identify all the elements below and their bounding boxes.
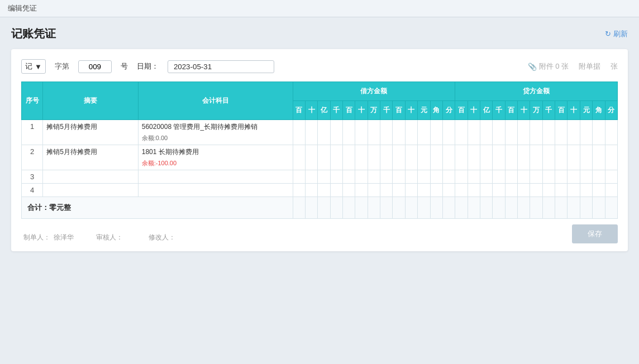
voucher-type-select[interactable]: 记 ▼ bbox=[21, 59, 46, 74]
debit-digit-1-6[interactable] bbox=[368, 120, 380, 145]
credit-digit-1-0[interactable] bbox=[455, 120, 468, 145]
debit-digit-3-9[interactable] bbox=[405, 170, 417, 184]
credit-digit-2-7[interactable] bbox=[542, 145, 555, 170]
credit-digit-4-5[interactable] bbox=[518, 184, 530, 197]
credit-digit-1-5[interactable] bbox=[518, 120, 530, 145]
credit-digit-1-4[interactable] bbox=[505, 120, 517, 145]
credit-digit-4-4[interactable] bbox=[505, 184, 517, 197]
credit-digit-1-7[interactable] bbox=[542, 120, 555, 145]
credit-digit-4-1[interactable] bbox=[468, 184, 480, 197]
debit-digit-1-7[interactable] bbox=[380, 120, 393, 145]
table-row[interactable]: 3 bbox=[22, 170, 618, 184]
row-account-4[interactable] bbox=[138, 184, 293, 197]
debit-digit-3-6[interactable] bbox=[368, 170, 380, 184]
debit-digit-4-12[interactable] bbox=[442, 184, 455, 197]
debit-digit-3-0[interactable] bbox=[293, 170, 305, 184]
refresh-button[interactable]: ↻ 刷新 bbox=[605, 29, 628, 39]
debit-digit-3-11[interactable] bbox=[430, 170, 442, 184]
credit-digit-2-1[interactable] bbox=[468, 145, 480, 170]
debit-digit-2-1[interactable] bbox=[305, 145, 317, 170]
credit-digit-2-0[interactable] bbox=[455, 145, 468, 170]
debit-digit-4-11[interactable] bbox=[430, 184, 442, 197]
credit-digit-3-12[interactable] bbox=[605, 170, 617, 184]
debit-digit-1-9[interactable] bbox=[405, 120, 417, 145]
debit-digit-1-8[interactable] bbox=[393, 120, 405, 145]
debit-digit-4-5[interactable] bbox=[355, 184, 368, 197]
credit-digit-1-6[interactable] bbox=[530, 120, 542, 145]
debit-digit-3-2[interactable] bbox=[318, 170, 330, 184]
credit-digit-4-11[interactable] bbox=[593, 184, 605, 197]
debit-digit-2-4[interactable] bbox=[343, 145, 355, 170]
credit-digit-1-1[interactable] bbox=[468, 120, 480, 145]
debit-digit-4-7[interactable] bbox=[380, 184, 393, 197]
row-summary-3[interactable] bbox=[43, 170, 138, 184]
credit-digit-2-8[interactable] bbox=[555, 145, 568, 170]
date-input[interactable] bbox=[168, 60, 274, 73]
debit-digit-3-8[interactable] bbox=[393, 170, 405, 184]
credit-digit-2-2[interactable] bbox=[480, 145, 492, 170]
credit-digit-2-9[interactable] bbox=[568, 145, 580, 170]
row-account-1[interactable]: 56020008 管理费用_长期待摊费用摊销余额:0.00 bbox=[138, 120, 293, 145]
row-account-2[interactable]: 1801 长期待摊费用余额:-100.00 bbox=[138, 145, 293, 170]
debit-digit-1-4[interactable] bbox=[343, 120, 355, 145]
credit-digit-3-4[interactable] bbox=[505, 170, 517, 184]
debit-digit-2-5[interactable] bbox=[355, 145, 368, 170]
credit-digit-4-6[interactable] bbox=[530, 184, 542, 197]
credit-digit-3-8[interactable] bbox=[555, 170, 568, 184]
debit-digit-1-2[interactable] bbox=[318, 120, 330, 145]
debit-digit-3-1[interactable] bbox=[305, 170, 317, 184]
debit-digit-1-11[interactable] bbox=[430, 120, 442, 145]
row-summary-4[interactable] bbox=[43, 184, 138, 197]
debit-digit-3-7[interactable] bbox=[380, 170, 393, 184]
debit-digit-2-6[interactable] bbox=[368, 145, 380, 170]
debit-digit-1-5[interactable] bbox=[355, 120, 368, 145]
credit-digit-3-0[interactable] bbox=[455, 170, 468, 184]
debit-digit-3-4[interactable] bbox=[343, 170, 355, 184]
debit-digit-2-2[interactable] bbox=[318, 145, 330, 170]
debit-digit-1-3[interactable] bbox=[330, 120, 342, 145]
credit-digit-1-3[interactable] bbox=[493, 120, 505, 145]
credit-digit-1-11[interactable] bbox=[593, 120, 605, 145]
debit-digit-4-1[interactable] bbox=[305, 184, 317, 197]
debit-digit-3-5[interactable] bbox=[355, 170, 368, 184]
credit-digit-2-3[interactable] bbox=[493, 145, 505, 170]
debit-digit-1-1[interactable] bbox=[305, 120, 317, 145]
credit-digit-1-9[interactable] bbox=[568, 120, 580, 145]
debit-digit-2-8[interactable] bbox=[393, 145, 405, 170]
credit-digit-3-6[interactable] bbox=[530, 170, 542, 184]
debit-digit-3-10[interactable] bbox=[418, 170, 430, 184]
attach-button[interactable]: 📎 附件 0 张 bbox=[528, 61, 569, 71]
debit-digit-3-12[interactable] bbox=[442, 170, 455, 184]
debit-digit-4-9[interactable] bbox=[405, 184, 417, 197]
credit-digit-4-10[interactable] bbox=[580, 184, 592, 197]
credit-digit-1-12[interactable] bbox=[605, 120, 617, 145]
debit-digit-2-10[interactable] bbox=[418, 145, 430, 170]
table-row[interactable]: 1摊销5月待摊费用56020008 管理费用_长期待摊费用摊销余额:0.00 bbox=[22, 120, 618, 145]
credit-digit-1-10[interactable] bbox=[580, 120, 592, 145]
debit-digit-3-3[interactable] bbox=[330, 170, 342, 184]
credit-digit-2-10[interactable] bbox=[580, 145, 592, 170]
debit-digit-1-10[interactable] bbox=[418, 120, 430, 145]
row-summary-1[interactable]: 摊销5月待摊费用 bbox=[43, 120, 138, 145]
debit-digit-4-3[interactable] bbox=[330, 184, 342, 197]
debit-digit-2-9[interactable] bbox=[405, 145, 417, 170]
table-row[interactable]: 4 bbox=[22, 184, 618, 197]
credit-digit-1-2[interactable] bbox=[480, 120, 492, 145]
credit-digit-3-7[interactable] bbox=[542, 170, 555, 184]
debit-digit-4-8[interactable] bbox=[393, 184, 405, 197]
credit-digit-3-2[interactable] bbox=[480, 170, 492, 184]
debit-digit-4-6[interactable] bbox=[368, 184, 380, 197]
credit-digit-3-5[interactable] bbox=[518, 170, 530, 184]
credit-digit-4-0[interactable] bbox=[455, 184, 468, 197]
voucher-number-input[interactable] bbox=[78, 60, 112, 73]
credit-digit-2-12[interactable] bbox=[605, 145, 617, 170]
row-summary-2[interactable]: 摊销5月待摊费用 bbox=[43, 145, 138, 170]
credit-digit-4-7[interactable] bbox=[542, 184, 555, 197]
credit-digit-3-9[interactable] bbox=[568, 170, 580, 184]
debit-digit-1-12[interactable] bbox=[442, 120, 455, 145]
credit-digit-4-9[interactable] bbox=[568, 184, 580, 197]
attach-single-button[interactable]: 附单据 bbox=[579, 61, 600, 71]
debit-digit-2-3[interactable] bbox=[330, 145, 342, 170]
debit-digit-4-4[interactable] bbox=[343, 184, 355, 197]
debit-digit-2-0[interactable] bbox=[293, 145, 305, 170]
